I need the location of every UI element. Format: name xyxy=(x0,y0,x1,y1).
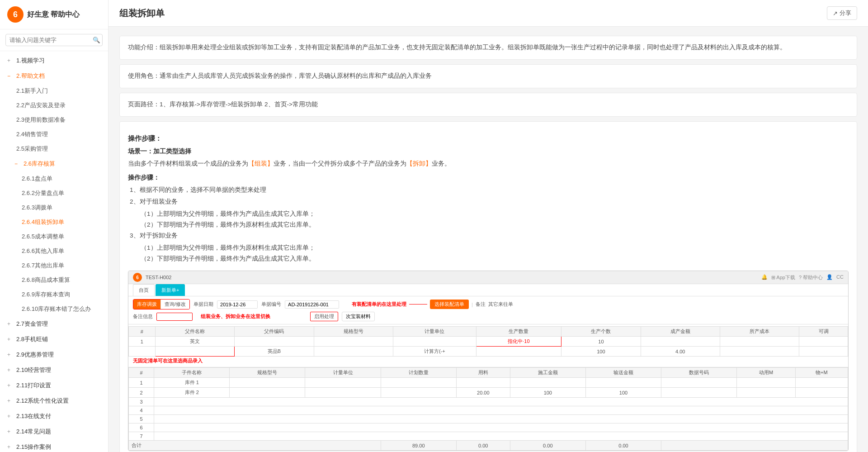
ss-footer-label: 合计 xyxy=(129,441,381,451)
ss-sub-th-pm: 物+M xyxy=(795,368,848,378)
step-1: 1、根据不同的业务，选择不同单据的类型来处理 xyxy=(128,185,849,195)
ss-order-input[interactable] xyxy=(285,300,339,309)
ss-type-option-1[interactable]: 库存调拨 xyxy=(133,300,160,309)
ss-cell: 100 xyxy=(561,347,641,357)
share-button[interactable]: ↗ 分享 xyxy=(827,6,857,20)
ss-date-input[interactable] xyxy=(217,300,258,309)
sidebar-item-2-10[interactable]: 2.10经营管理 xyxy=(0,362,108,378)
step-3-2: （2）下部明细为子件明细，最终作为产成品生成其它入库单。 xyxy=(128,253,849,264)
sidebar-item-label-2-10: 2.10经营管理 xyxy=(16,366,51,374)
ss-cell: 1 xyxy=(129,337,156,347)
ss-tab-home[interactable]: 自页 xyxy=(133,284,155,296)
expand-icon-docs xyxy=(7,73,14,79)
sidebar-item-2-8[interactable]: 2.8手机旺铺 xyxy=(0,332,108,347)
ss-cell xyxy=(720,337,799,347)
ss-th-prod-cost: 所产成本 xyxy=(720,327,799,337)
ss-sub-cell-empty xyxy=(154,432,848,441)
sidebar-item-video[interactable]: 1.视频学习 xyxy=(0,53,108,68)
ss-remark-input[interactable] xyxy=(156,313,193,321)
ss-sub-cell xyxy=(456,378,510,388)
expand-icon-2-9 xyxy=(7,352,14,358)
ss-sub-th-name: 子件名称 xyxy=(154,368,230,378)
ss-main-row-1: 1 英文 指化中·10 10 xyxy=(129,337,848,347)
sidebar-item-2-7[interactable]: 2.7资金管理 xyxy=(0,316,108,332)
search-input[interactable] xyxy=(6,34,89,46)
sidebar-item-2-15[interactable]: 2.15操作案例 xyxy=(0,439,108,452)
ss-th-spec: 规格型号 xyxy=(314,327,393,337)
ss-sub-cell xyxy=(661,388,737,398)
ss-annotation-3-box: 启用处理 xyxy=(310,312,338,321)
ss-cell xyxy=(799,347,848,357)
ss-table-area: # 父件名称 父件编码 规格型号 计量单位 生产数量 生产个数 成产金额 所产成… xyxy=(128,324,848,367)
ss-sub-row-7: 7 xyxy=(129,432,848,441)
sidebar-logo: 6 好生意 帮助中心 xyxy=(0,0,108,29)
ss-cell xyxy=(129,347,156,357)
sidebar-item-2-6-1[interactable]: 2.6.1盘点单 xyxy=(0,171,108,186)
highlight-disassembly: 【拆卸】 xyxy=(406,160,432,167)
ss-sub-cell: 5 xyxy=(129,415,154,423)
ss-btn-confirm[interactable]: 次宝装材料 xyxy=(342,312,375,321)
sidebar-item-2-6-8[interactable]: 2.6.8商品成本重算 xyxy=(0,273,108,287)
sidebar-item-2-2[interactable]: 2.2产品安装及登录 xyxy=(0,98,108,113)
sidebar-item-2-6-10[interactable]: 2.6.10库存账本错了怎么办 xyxy=(0,302,108,316)
sidebar-item-2-3[interactable]: 2.3使用前数据准备 xyxy=(0,113,108,127)
sidebar-item-2-6[interactable]: 2.6库存核算 xyxy=(0,156,108,171)
ss-form-row: 库存调拨 查询/修改 单据日期 单据编号 有装配清单的在这里处理 xyxy=(133,299,844,309)
search-wrap: 🔍 xyxy=(5,34,103,46)
sidebar-item-2-12[interactable]: 2.12系统个性化设置 xyxy=(0,393,108,409)
role-intro-block: 使用角色：通常由生产人员或库管人员完成拆装业务的操作，库管人员确认原材料的出库和… xyxy=(119,64,857,88)
ss-sub-th-dym: 动用M xyxy=(737,368,796,378)
expand-icon-2-13 xyxy=(7,413,14,419)
ss-footer-empty xyxy=(661,441,848,451)
ss-arrow-1 xyxy=(409,304,427,305)
ss-annotation-area: 有装配清单的在这里处理 选择装配清单 | 备注 其它来往单 xyxy=(352,300,513,309)
sidebar-item-label-2-15: 2.15操作案例 xyxy=(16,443,51,451)
sidebar-item-2-6-2[interactable]: 2.6.2分量盘点单 xyxy=(0,186,108,200)
sidebar-item-2-6-6[interactable]: 2.6.6其他入库单 xyxy=(0,244,108,258)
ss-sub-cell-empty xyxy=(154,423,848,432)
ss-sub-cell: 100 xyxy=(510,388,585,398)
app-name: 好生意 帮助中心 xyxy=(27,10,80,19)
sidebar-item-2-6-7[interactable]: 2.6.7其他出库单 xyxy=(0,258,108,273)
ss-remark-label: 备注信息 xyxy=(133,313,153,320)
sidebar-item-docs[interactable]: 2.帮助文档 xyxy=(0,68,108,84)
ss-tab-new[interactable]: 新新单+ xyxy=(156,284,185,296)
ss-footer-val-3: 0.00 xyxy=(510,441,585,451)
ss-annotation-4: 无固定清单可在这里选商品录入 xyxy=(133,358,203,363)
ss-sub-th-used: 用料 xyxy=(456,368,510,378)
ss-sub-cell xyxy=(737,378,796,388)
expand-icon-2-12 xyxy=(7,398,14,404)
sidebar-item-2-14[interactable]: 2.14常见问题 xyxy=(0,424,108,439)
ss-icon-bell: 🔔 xyxy=(761,274,768,281)
search-button[interactable]: 🔍 xyxy=(89,34,103,46)
ss-sub-th-unit: 计量单位 xyxy=(305,368,381,378)
sidebar-item-2-6-3[interactable]: 2.6.3调拨单 xyxy=(0,200,108,215)
sidebar-item-2-4[interactable]: 2.4销售管理 xyxy=(0,127,108,142)
share-label: 分享 xyxy=(840,9,851,17)
sidebar-item-2-6-9[interactable]: 2.6.9库存账本查询 xyxy=(0,287,108,302)
sidebar-item-2-9[interactable]: 2.9优惠券管理 xyxy=(0,347,108,362)
sidebar-item-2-6-4[interactable]: 2.6.4组装拆卸单 xyxy=(0,215,108,229)
sidebar-item-2-13[interactable]: 2.13在线支付 xyxy=(0,409,108,424)
ss-footer-val-2: 0.00 xyxy=(456,441,510,451)
ss-form-area: 库存调拨 查询/修改 单据日期 单据编号 有装配清单的在这里处理 xyxy=(128,296,848,324)
expand-icon-2-11 xyxy=(7,382,14,389)
sidebar-item-label-2-9: 2.9优惠券管理 xyxy=(16,351,54,359)
ss-btn-select-list[interactable]: 选择装配清单 xyxy=(430,300,469,309)
ss-sub-cell xyxy=(585,378,661,388)
sidebar-item-2-11[interactable]: 2.11打印设置 xyxy=(0,378,108,393)
sidebar-item-2-1[interactable]: 2.1新手入门 xyxy=(0,84,108,98)
ss-sub-cell xyxy=(737,388,796,398)
ss-main-table: # 父件名称 父件编码 规格型号 计量单位 生产数量 生产个数 成产金额 所产成… xyxy=(128,326,848,357)
ss-sub-cell xyxy=(305,378,381,388)
ss-cell xyxy=(393,337,476,347)
sidebar-item-2-5[interactable]: 2.5采购管理 xyxy=(0,142,108,156)
sidebar-item-2-6-5[interactable]: 2.6.5成本调整单 xyxy=(0,229,108,244)
expand-icon-2-8 xyxy=(7,336,14,343)
ss-sub-table: # 子件名称 规格型号 计量单位 计划数量 用料 施工金额 输送金额 数据号码 xyxy=(128,367,848,451)
ss-th-unit: 计量单位 xyxy=(393,327,476,337)
expand-icon-2-14 xyxy=(7,428,14,435)
path-intro-text: 页面路径：1、库存核算->库存管理->组装拆卸单 2、首页->常用功能 xyxy=(128,101,318,108)
ss-type-option-2[interactable]: 查询/修改 xyxy=(160,300,189,309)
ss-sub-cell xyxy=(381,388,456,398)
